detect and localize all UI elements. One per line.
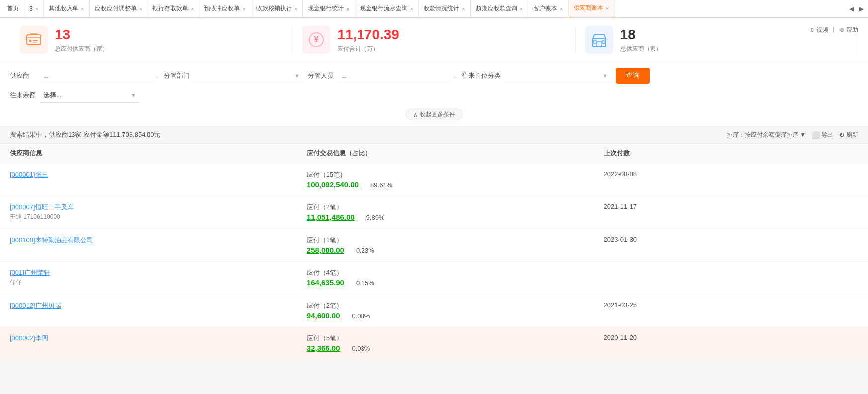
close-icon[interactable]: × xyxy=(81,6,84,12)
close-icon[interactable]: × xyxy=(462,6,465,12)
row5-tx-label: 应付（2笔） xyxy=(307,301,604,310)
nav-tab-3[interactable]: 3 × xyxy=(24,0,44,18)
nav-tab-advance-offset[interactable]: 预收冲应收单 × xyxy=(199,0,251,18)
chevron-down-icon: ▼ xyxy=(602,73,608,79)
video-link[interactable]: ⊙ 视频 xyxy=(809,26,828,34)
row5-last-pay: 2021-03-25 xyxy=(604,301,858,309)
top-nav: 首页 3 × 其他收入单 × 应收应付调整单 × 银行存取款单 × 预收冲应收单… xyxy=(0,0,868,18)
nav-tab-customer-account[interactable]: 客户账本 × xyxy=(528,0,568,18)
balance-filter-select[interactable]: 选择... ▼ xyxy=(40,88,139,103)
collapse-button[interactable]: ∧ 收起更多条件 xyxy=(406,109,463,120)
row5-transaction: 应付（2笔） 94,600.00 0.08% xyxy=(307,301,604,320)
summary-card-amount-content: 11,170.39 应付合计（万） xyxy=(337,26,399,53)
row3-tx-amount[interactable]: 258,000.00 xyxy=(307,246,344,254)
close-icon[interactable]: × xyxy=(560,6,563,12)
supplier-link-row2[interactable]: [000007]恒旺二手叉车 xyxy=(10,203,307,212)
close-icon[interactable]: × xyxy=(520,6,523,12)
summary-card-amount: ¥ 11,170.39 应付合计（万） xyxy=(292,26,575,54)
table-row: [000002]李四 应付（5笔） 32,366.00 0.03% 2020-1… xyxy=(0,327,868,360)
nav-tab-bank-deposit[interactable]: 银行存取款单 × xyxy=(147,0,199,18)
row5-tx-row: 94,600.00 0.08% xyxy=(307,311,604,320)
row1-supplier: [000001]张三 xyxy=(10,170,307,179)
supplier-link-row5[interactable]: [000012]广州贝瑞 xyxy=(10,301,307,310)
sort-icon: ▼ xyxy=(800,131,806,138)
export-button[interactable]: ⬜ 导出 xyxy=(812,131,833,139)
nav-tab-payment-exec[interactable]: 收款核销执行 × xyxy=(251,0,303,18)
dept-filter-label: 分管部门 xyxy=(164,71,191,80)
sort-label: 排序：按应付余额倒序排序 xyxy=(727,131,798,139)
row6-transaction: 应付（5笔） 32,366.00 0.03% xyxy=(307,334,604,352)
nav-tab-ap-adjustment[interactable]: 应收应付调整单 × xyxy=(90,0,147,18)
row1-last-pay: 2022-08-08 xyxy=(604,170,858,178)
payable-amount-label: 应付合计（万） xyxy=(337,45,399,53)
supplier-link-row1[interactable]: [000001]张三 xyxy=(10,170,307,179)
nav-tab-cash-bank-flow[interactable]: 现金银行流水查询 × xyxy=(355,0,419,18)
nav-right-arrow[interactable]: ▶ xyxy=(856,0,866,18)
row3-tx-label: 应付（1笔） xyxy=(307,236,604,245)
results-bar: 搜索结果中，供应商13家 应付金额111,703,854.00元 排序：按应付余… xyxy=(0,127,868,144)
row5-tx-amount[interactable]: 94,600.00 xyxy=(307,311,340,320)
supplier-link-row3[interactable]: [000100]本特勤油品有限公司 xyxy=(10,236,307,245)
row4-tx-amount[interactable]: 164,635.90 xyxy=(307,278,344,287)
refresh-button[interactable]: ↻ 刷新 xyxy=(839,131,858,139)
filter-item-balance: 往来余额 选择... ▼ xyxy=(10,88,139,103)
row3-tx-row: 258,000.00 0.23% xyxy=(307,246,604,254)
filter-item-person: 分管人员 ... xyxy=(308,68,457,83)
nav-tab-supplier-account[interactable]: 供应商账本 × xyxy=(569,0,614,18)
table-row: [000100]本特勤油品有限公司 应付（1笔） 258,000.00 0.23… xyxy=(0,229,868,262)
summary-area: 13 总应付供应商（家） ¥ 11,170.39 应付合计（万） xyxy=(0,18,868,62)
refresh-icon: ↻ xyxy=(839,131,845,139)
svg-point-1 xyxy=(29,40,32,42)
close-icon[interactable]: × xyxy=(410,6,413,12)
row6-tx-amount[interactable]: 32,366.00 xyxy=(307,344,340,352)
table-row: [001]广州荣轩 仔仔 应付（4笔） 164,635.90 0.15% xyxy=(0,262,868,294)
close-icon[interactable]: × xyxy=(294,6,297,12)
nav-tab-other-income[interactable]: 其他收入单 × xyxy=(44,0,89,18)
video-icon: ⊙ xyxy=(809,26,814,33)
row3-last-pay-date: 2023-01-30 xyxy=(604,236,637,243)
category-filter-select[interactable]: ▼ xyxy=(504,68,611,83)
row2-tx-amount[interactable]: 11,051,486.00 xyxy=(307,213,355,221)
supplier-link-row6[interactable]: [000002]李四 xyxy=(10,334,307,343)
close-icon[interactable]: × xyxy=(35,6,38,12)
search-button[interactable]: 查询 xyxy=(616,68,650,84)
results-actions: 排序：按应付余额倒序排序 ▼ ⬜ 导出 ↻ 刷新 xyxy=(727,131,858,139)
person-filter-input[interactable] xyxy=(338,68,449,83)
close-icon[interactable]: × xyxy=(139,6,142,12)
close-icon[interactable]: × xyxy=(191,6,194,12)
table-row: [000012]广州贝瑞 应付（2笔） 94,600.00 0.08% 2021… xyxy=(0,294,868,327)
nav-tab-overdue-query[interactable]: 超期应收款查询 × xyxy=(471,0,528,18)
col-header-transaction: 应付交易信息（占比） xyxy=(307,149,604,158)
close-icon[interactable]: × xyxy=(606,5,609,11)
nav-tab-collection-stat[interactable]: 收款情况统计 × xyxy=(419,0,470,18)
chevron-down-icon: ▼ xyxy=(131,92,136,98)
close-icon[interactable]: × xyxy=(346,6,349,12)
svg-rect-3 xyxy=(33,42,36,43)
row2-last-pay: 2021-11-17 xyxy=(604,203,858,210)
dept-filter-select[interactable]: ▼ xyxy=(194,68,303,83)
summary-card-total-content: 18 总供应商（家） xyxy=(620,26,662,53)
row6-supplier: [000002]李四 xyxy=(10,334,307,343)
svg-rect-7 xyxy=(597,42,602,47)
sort-select[interactable]: 排序：按应付余额倒序排序 ▼ xyxy=(727,131,806,139)
nav-tab-home[interactable]: 首页 xyxy=(2,0,24,18)
table-header: 供应商信息 应付交易信息（占比） 上次付数 xyxy=(0,144,868,163)
row1-tx-amount[interactable]: 100,092,540.00 xyxy=(307,180,359,189)
row3-supplier: [000100]本特勤油品有限公司 xyxy=(10,236,307,245)
row2-transaction: 应付（2笔） 11,051,486.00 9.89% xyxy=(307,203,604,221)
help-link[interactable]: ⊙ 帮助 xyxy=(840,26,858,34)
nav-left-arrow[interactable]: ◀ xyxy=(846,0,856,18)
row3-last-pay: 2023-01-30 xyxy=(604,236,858,243)
filter-item-category: 往来单位分类 ▼ xyxy=(462,68,611,83)
summary-card-suppliers-content: 13 总应付供应商（家） xyxy=(55,26,108,53)
close-icon[interactable]: × xyxy=(242,6,245,12)
supplier-filter-input[interactable] xyxy=(40,68,151,83)
supplier-link-row4[interactable]: [001]广州荣轩 xyxy=(10,268,307,277)
row4-tx-row: 164,635.90 0.15% xyxy=(307,278,604,287)
nav-tab-cash-bank-stat[interactable]: 现金银行统计 × xyxy=(303,0,355,18)
row4-supplier-sub: 仔仔 xyxy=(10,278,307,287)
row3-tx-percent: 0.23% xyxy=(356,247,374,254)
supplier-filter-label: 供应商 xyxy=(10,71,37,80)
help-icon: ⊙ xyxy=(840,26,845,33)
total-supplier-count: 18 xyxy=(620,26,662,43)
